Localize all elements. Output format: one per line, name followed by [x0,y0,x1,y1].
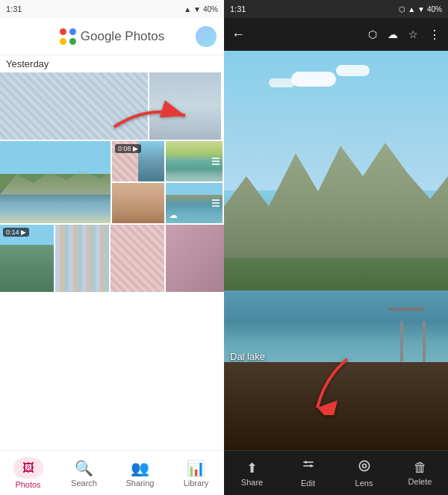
grid-row-3: 0:14 ▶ [0,225,224,292]
cast-button[interactable]: ⬡ [368,28,377,40]
nav-item-edit[interactable]: Edit [280,451,336,495]
header-right-icons: ⬡ ☁ ☆ ⋮ [368,28,441,42]
nav-item-lens[interactable]: Lens [336,451,392,495]
nav-item-library[interactable]: 📊 Library [168,451,224,495]
back-button[interactable]: ← [231,27,245,43]
cloud-1 [291,72,336,87]
cloud-upload-button[interactable]: ☁ [388,28,398,40]
photo-cell-2-2[interactable]: 0:06 ▶ [112,141,164,181]
star-button[interactable]: ☆ [408,28,418,40]
photo-cell-2-4[interactable] [166,141,223,181]
signal-icon: ▲ [184,5,191,13]
svg-point-4 [305,461,307,463]
cloud-icon: ☁ [169,210,178,220]
video-badge-1: 0:06 ▶ [115,144,141,153]
photo-cell-2-5[interactable]: ☁ [166,183,223,223]
nav-item-search[interactable]: 🔍 Search [56,451,112,495]
signal-icon-right: ▲ [408,5,415,13]
google-photos-logo: Google Photos [60,28,164,45]
bottom-nav-right: ⬆ Share Edit Lens [224,450,448,495]
shore-layer [224,258,448,290]
photo-cell-3-2[interactable] [55,225,109,292]
avatar-inner [196,26,217,47]
search-icon: 🔍 [75,459,93,477]
nav-label-delete: Delete [408,477,432,486]
photos-icon: 🖼 [22,461,34,475]
battery-right: 40% [427,5,442,13]
nav-label-edit: Edit [301,479,315,488]
library-icon: 📊 [187,459,205,477]
share-icon: ⬆ [246,460,258,476]
more-options-button[interactable]: ⋮ [429,28,441,42]
cloud-2 [336,65,370,76]
delete-icon: 🗑 [414,460,427,476]
nav-item-photos[interactable]: 🖼 Photos [0,451,56,495]
hamburger-icon-1 [212,158,220,165]
status-bar-right: 1:31 ⬡ ▲ ▼ 40% [224,0,448,18]
header-left: Google Photos [0,18,224,55]
right-panel: 1:31 ⬡ ▲ ▼ 40% ← ⬡ ☁ ☆ ⋮ [224,0,448,495]
nav-item-share[interactable]: ⬆ Share [224,451,280,495]
status-icons-left: ▲ ▼ 40% [184,5,218,13]
nav-label-sharing: Sharing [126,479,155,488]
sharing-icon: 👥 [131,459,149,477]
status-bar-left: 1:31 ▲ ▼ 40% [0,0,224,18]
time-right: 1:31 [230,4,246,13]
bottom-nav-left: 🖼 Photos 🔍 Search 👥 Sharing 📊 Library [0,450,224,495]
nav-item-delete[interactable]: 🗑 Delete [392,451,448,495]
edit-icon [301,458,316,477]
photo-cell-3-1[interactable]: 0:14 ▶ [0,225,54,292]
red-arrow-right [302,355,370,418]
nav-label-lens: Lens [355,479,373,488]
status-icons-right: ⬡ ▲ ▼ 40% [399,5,442,13]
cloud-3 [269,78,295,87]
video-badge-2: 0:14 ▶ [3,228,29,237]
time-left: 1:31 [6,4,22,13]
photo-grid: 0:06 ▶ [0,72,224,450]
photo-cell-2-3[interactable] [112,183,164,223]
google-logo-dots [60,28,76,45]
nav-label-library: Library [184,479,209,488]
battery-left: 40% [203,5,218,13]
svg-point-6 [359,461,369,470]
date-label: Yesterday [0,55,224,72]
photo-cell-2-1[interactable] [0,141,111,223]
left-panel: 1:31 ▲ ▼ 40% Google Photos Yesterday [0,0,224,495]
app-title: Google Photos [81,29,164,44]
photo-view[interactable]: Dal lake [224,51,448,450]
logo-dot-red [60,28,66,35]
railing-horizontal [388,308,426,311]
photo-cell-3-4[interactable] [166,225,224,292]
svg-point-7 [362,464,366,468]
grid-row-2: 0:06 ▶ [0,141,224,223]
wifi-icon: ▼ [193,5,201,13]
railing-vertical [400,321,403,362]
header-right: ← ⬡ ☁ ☆ ⋮ [224,18,448,51]
nav-label-share: Share [241,478,263,487]
red-arrow-left [111,97,193,137]
nav-item-sharing[interactable]: 👥 Sharing [112,451,168,495]
photo-cell-3-3[interactable] [111,225,164,292]
lens-icon [357,458,372,477]
logo-dot-blue [69,28,76,35]
railing-vertical-2 [423,321,426,362]
hamburger-icon-2 [212,199,220,207]
logo-dot-yellow [60,38,66,45]
svg-point-5 [309,464,311,467]
photo-caption: Dal lake [230,351,265,362]
logo-dot-green [69,38,76,45]
nav-label-photos: Photos [15,480,40,489]
cast-icon: ⬡ [399,5,405,13]
nav-label-search: Search [71,479,97,488]
wifi-icon-right: ▼ [417,5,425,13]
avatar[interactable] [196,26,217,47]
nav-indicator-photos: 🖼 [13,458,43,479]
